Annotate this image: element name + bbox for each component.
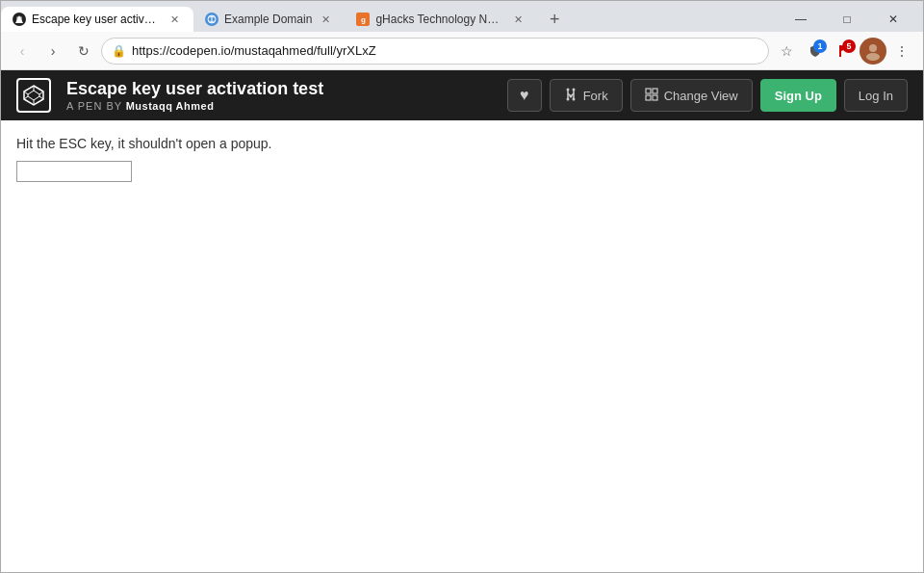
svg-point-6 [866, 53, 880, 61]
tab2-favicon [205, 13, 218, 26]
lock-icon: 🔒 [112, 44, 126, 58]
pen-info: Escape key user activation test A PEN BY… [66, 79, 492, 112]
tab1-favicon [13, 13, 26, 26]
shield-button[interactable]: 1 [802, 38, 829, 65]
window-controls: — □ ✕ [771, 7, 923, 32]
close-button[interactable]: ✕ [871, 7, 915, 32]
address-bar[interactable]: 🔒 https://codepen.io/mustaqahmed/full/yr… [101, 38, 769, 65]
tab2-label: Example Domain [224, 13, 312, 26]
avatar [860, 38, 886, 65]
flag-badge: 5 [842, 39, 856, 53]
svg-rect-23 [653, 95, 657, 100]
heart-icon: ♥ [520, 87, 529, 104]
svg-point-17 [566, 97, 569, 100]
svg-point-5 [869, 44, 877, 52]
esc-test-input[interactable] [16, 161, 132, 182]
bookmark-button[interactable]: ☆ [773, 38, 800, 65]
svg-rect-4 [839, 45, 841, 57]
forward-button[interactable]: › [39, 38, 66, 65]
tab-escape-key[interactable]: Escape key user activation test ✕ [1, 7, 193, 32]
profile-button[interactable] [860, 38, 886, 65]
new-tab-button[interactable]: + [541, 7, 568, 32]
svg-marker-0 [15, 15, 23, 23]
url-text: https://codepen.io/mustaqahmed/full/yrXL… [132, 43, 758, 58]
svg-rect-22 [646, 95, 651, 100]
change-view-button[interactable]: Change View [630, 79, 753, 112]
codepen-header: Escape key user activation test A PEN BY… [1, 70, 923, 120]
change-view-icon [645, 88, 658, 104]
tab3-label: gHacks Technology News [375, 13, 504, 26]
tab1-close-button[interactable]: ✕ [167, 12, 182, 27]
svg-point-19 [569, 94, 572, 97]
svg-point-16 [572, 88, 575, 91]
codepen-actions: ♥ Fork Change View Sign Up Log In [507, 79, 908, 112]
fork-label: Fork [583, 89, 608, 103]
heart-button[interactable]: ♥ [507, 79, 542, 112]
tab3-close-button[interactable]: ✕ [510, 12, 526, 27]
tab-ghacks[interactable]: g gHacks Technology News ✕ [345, 7, 537, 32]
nav-bar: ‹ › ↻ 🔒 https://codepen.io/mustaqahmed/f… [1, 32, 923, 70]
back-button[interactable]: ‹ [9, 38, 36, 65]
title-bar: Escape key user activation test ✕ Exampl… [1, 1, 923, 32]
svg-marker-8 [28, 91, 39, 100]
shield-badge: 1 [813, 39, 827, 53]
signup-label: Sign Up [775, 89, 822, 103]
change-view-label: Change View [664, 89, 738, 103]
login-button[interactable]: Log In [844, 79, 908, 112]
title-bar-spacer [572, 7, 771, 32]
svg-point-18 [572, 97, 575, 100]
tab-example-domain[interactable]: Example Domain ✕ [193, 7, 345, 32]
tab2-close-button[interactable]: ✕ [318, 12, 333, 27]
svg-rect-20 [646, 89, 651, 93]
svg-point-15 [566, 88, 569, 91]
login-label: Log In [859, 89, 893, 103]
refresh-button[interactable]: ↻ [70, 38, 97, 65]
page-content: Hit the ESC key, it shouldn't open a pop… [1, 120, 923, 572]
menu-button[interactable]: ⋮ [888, 38, 915, 65]
pen-author-name: Mustaqq Ahmed [126, 100, 215, 112]
fork-button[interactable]: Fork [550, 79, 623, 112]
pen-author-line: A PEN BY Mustaqq Ahmed [66, 100, 492, 112]
browser-window: Escape key user activation test ✕ Exampl… [0, 0, 924, 573]
nav-actions: ☆ 1 5 ⋮ [773, 38, 915, 65]
signup-button[interactable]: Sign Up [760, 79, 836, 112]
tab3-favicon: g [356, 13, 370, 26]
codepen-logo [16, 78, 51, 113]
tab1-label: Escape key user activation test [32, 13, 161, 26]
instruction-text: Hit the ESC key, it shouldn't open a pop… [16, 136, 908, 151]
fork-icon [564, 88, 578, 104]
flag-button[interactable]: 5 [831, 38, 858, 65]
pen-by-label: A PEN BY [66, 100, 122, 112]
maximize-button[interactable]: □ [825, 7, 869, 32]
svg-rect-21 [653, 89, 657, 93]
minimize-button[interactable]: — [779, 7, 823, 32]
pen-title: Escape key user activation test [66, 79, 492, 100]
